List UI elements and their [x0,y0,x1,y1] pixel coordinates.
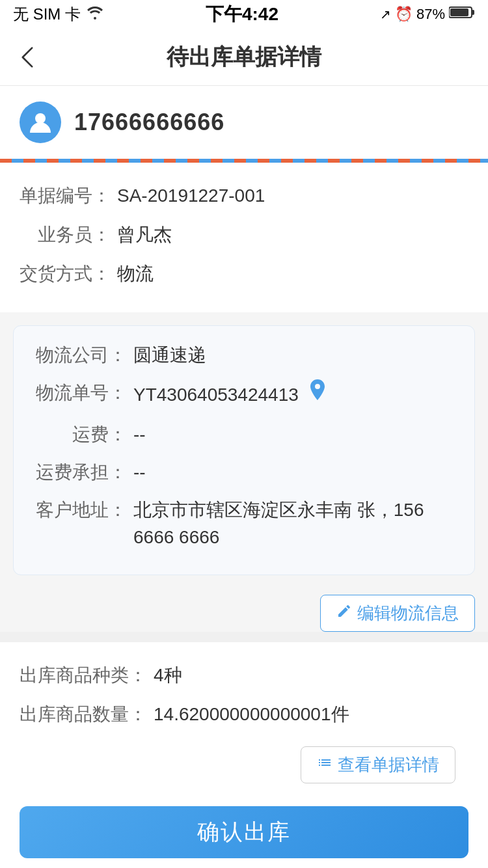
customer-phone: 17666666666 [74,109,224,136]
order-info-section: 单据编号： SA-20191227-001 业务员： 曾凡杰 交货方式： 物流 [0,163,488,312]
nav-bar: 待出库单据详情 [0,29,488,86]
status-right: ↗ ⏰ 87% [380,6,475,23]
goods-type-label: 出库商品种类： [20,662,147,689]
view-detail-btn-container: 查看单据详情 [20,740,468,783]
list-icon [317,755,332,775]
battery-label: 87% [416,6,445,23]
freight-value: -- [127,421,459,448]
goods-quantity-label: 出库商品数量： [20,701,147,728]
freight-label: 运费： [29,421,127,448]
section-divider [0,632,488,642]
goods-section: 出库商品种类： 4种 出库商品数量： 14.620000000000001件 查… [0,642,488,796]
tracking-number-value-container: YT43064053424413 [127,379,459,411]
view-detail-label: 查看单据详情 [338,753,439,776]
tracking-number-text: YT43064053424413 [133,381,299,409]
edit-icon [336,603,352,623]
address-row: 客户地址： 北京市市辖区海淀区永丰南 张，156 6666 6666 [29,496,459,551]
battery-icon [449,6,475,23]
freight-row: 运费： -- [29,421,459,448]
sales-person-value: 曾凡杰 [111,221,468,249]
bottom-bar: 确认出库 [0,796,488,868]
delivery-method-value: 物流 [111,260,468,288]
confirm-outbound-button[interactable]: 确认出库 [20,806,468,858]
carrier-label: 无 SIM 卡 [13,4,81,25]
goods-quantity-row: 出库商品数量： 14.620000000000001件 [20,701,468,728]
status-time: 下午4:42 [206,2,278,27]
sales-person-label: 业务员： [20,221,111,249]
svg-rect-1 [472,10,474,15]
order-number-label: 单据编号： [20,182,111,210]
avatar [20,102,61,143]
goods-type-value: 4种 [147,662,468,689]
edit-logistics-label: 编辑物流信息 [357,602,459,625]
svg-rect-2 [450,8,468,16]
alarm-icon: ⏰ [395,6,413,23]
wifi-icon [86,5,104,23]
address-value: 北京市市辖区海淀区永丰南 张，156 6666 6666 [127,496,459,551]
view-detail-button[interactable]: 查看单据详情 [301,746,455,783]
status-left: 无 SIM 卡 [13,4,104,25]
tracking-number-label: 物流单号： [29,379,127,407]
delivery-method-row: 交货方式： 物流 [20,260,468,288]
logistics-company-row: 物流公司： 圆通速递 [29,342,459,369]
freight-bearer-row: 运费承担： -- [29,459,459,486]
sales-person-row: 业务员： 曾凡杰 [20,221,468,249]
freight-bearer-label: 运费承担： [29,459,127,486]
page-title: 待出库单据详情 [167,42,321,72]
order-number-value: SA-20191227-001 [111,182,468,210]
logistics-company-label: 物流公司： [29,342,127,369]
delivery-method-label: 交货方式： [20,260,111,288]
customer-section: 17666666666 [0,86,488,159]
logistics-company-value: 圆通速递 [127,342,459,369]
address-label: 客户地址： [29,496,127,524]
content-area: 17666666666 单据编号： SA-20191227-001 业务员： 曾… [0,86,488,868]
back-button[interactable] [20,46,35,69]
location-status-icon: ↗ [380,7,391,22]
goods-type-row: 出库商品种类： 4种 [20,662,468,689]
order-number-row: 单据编号： SA-20191227-001 [20,182,468,210]
map-location-icon[interactable] [308,379,327,411]
logistics-card: 物流公司： 圆通速递 物流单号： YT43064053424413 运费： --… [13,325,475,575]
freight-bearer-value: -- [127,459,459,486]
edit-logistics-btn-container: 编辑物流信息 [0,588,488,632]
goods-quantity-value: 14.620000000000001件 [147,701,468,728]
tracking-number-row: 物流单号： YT43064053424413 [29,379,459,411]
svg-point-3 [35,113,46,124]
edit-logistics-button[interactable]: 编辑物流信息 [320,595,475,632]
status-bar: 无 SIM 卡 下午4:42 ↗ ⏰ 87% [0,0,488,29]
